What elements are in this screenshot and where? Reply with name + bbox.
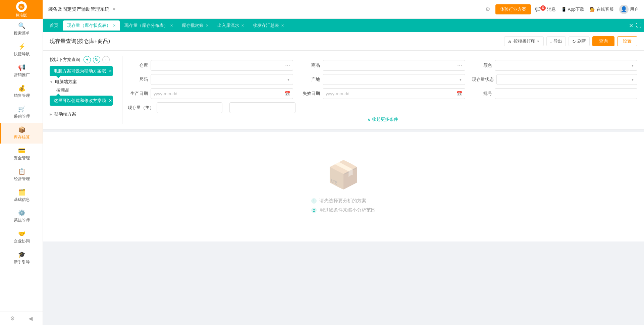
print-icon: 🖨 <box>508 39 512 44</box>
sidebar-item-enterprise[interactable]: 🤝 企业协同 <box>0 227 43 248</box>
tooltip1-close[interactable]: ✕ <box>109 69 112 73</box>
sidebar-icon-finance: 💳 <box>18 147 25 154</box>
export-btn[interactable]: ↓ 导出 <box>546 36 566 46</box>
sidebar-item-marketing[interactable]: 📢 营销推广 <box>0 60 43 81</box>
sidebar-item-finance[interactable]: 💳 资金管理 <box>0 144 43 164</box>
batch-field: 批号 <box>472 88 637 99</box>
sidebar-item-basic-info[interactable]: 🗂️ 基础信息 <box>0 185 43 206</box>
origin-select-arrow: ▼ <box>459 78 462 82</box>
close-all-tabs-btn[interactable]: ✕ <box>629 22 633 29</box>
tab-label-inventory-status: 现存量（库存状况表） <box>67 22 111 29</box>
refresh-scheme-icon[interactable]: ↻ <box>93 56 100 63</box>
sidebar-item-sales[interactable]: 💰 销售管理 <box>0 81 43 102</box>
tab-batch-account[interactable]: 库存批次账 ✕ <box>178 20 213 31</box>
sidebar-item-system[interactable]: ⚙️ 系统管理 <box>0 206 43 227</box>
tab-close-inventory-dist[interactable]: ✕ <box>170 23 173 28</box>
origin-select[interactable]: ▼ <box>323 74 465 85</box>
tab-close-in-out-flow[interactable]: ✕ <box>241 23 244 28</box>
collapse-icon[interactable]: ◀ <box>29 315 33 322</box>
sidebar-item-search-menu[interactable]: 🔍 搜索菜单 <box>0 19 43 40</box>
app-download-btn[interactable]: 📱 App下载 <box>561 6 584 12</box>
empty-step1: 1 请先选择要分析的方案 <box>311 196 376 205</box>
back-scheme-icon[interactable]: ← <box>102 56 110 63</box>
stock-status-select[interactable]: ▼ <box>496 74 637 85</box>
refresh-label: 刷新 <box>577 38 586 44</box>
desktop-scheme-label: 电脑端方案 <box>55 79 77 85</box>
sidebar-icon-guide: 🎓 <box>18 251 25 258</box>
stock-qty-max-input[interactable] <box>229 102 295 113</box>
notification-btn[interactable]: 💬 6 消息 <box>535 6 556 12</box>
refresh-btn[interactable]: ↻ 刷新 <box>569 36 590 46</box>
warehouse-input[interactable]: ··· <box>151 60 293 71</box>
tab-close-inventory-status[interactable]: ✕ <box>113 23 116 28</box>
sidebar-label-enterprise: 企业协同 <box>14 238 30 244</box>
tab-inventory-dist[interactable]: 现存量（库存分布表） ✕ <box>120 20 177 31</box>
collapse-row[interactable]: ∧ 收起更多条件 <box>128 113 637 124</box>
collapse-arrow-icon: ∧ <box>367 117 371 122</box>
mobile-scheme-item[interactable]: ▶ 移动端方案 <box>50 110 113 118</box>
tooltip1-text: 电脑方案可设为移动方案哦 <box>54 68 106 74</box>
sidebar-label-basic-info: 基础信息 <box>14 197 30 203</box>
filter-row1: 仓库 ··· 商品 ··· <box>128 60 637 71</box>
tab-label-in-out-flow: 出入库流水 <box>217 22 239 29</box>
prod-date-input[interactable]: yyyy-mm-dd 📅 <box>151 88 293 99</box>
query-btn[interactable]: 查询 <box>592 36 614 46</box>
add-scheme-icon[interactable]: + <box>84 56 91 63</box>
sidebar-label-operations: 经营管理 <box>14 176 30 182</box>
tab-collect-summary[interactable]: 收发存汇总表 ✕ <box>249 20 288 31</box>
sidebar-item-operations[interactable]: 📋 经营管理 <box>0 164 43 185</box>
app-download-icon: 📱 <box>561 7 567 12</box>
expiry-date-calendar-icon[interactable]: 📅 <box>457 91 462 96</box>
tab-close-batch-account[interactable]: ✕ <box>206 23 209 28</box>
set-btn[interactable]: 设置 <box>617 36 637 46</box>
origin-field: 产地 ▼ <box>300 74 465 85</box>
range-dash: — <box>224 105 228 110</box>
sidebar-item-inventory[interactable]: 📦 库存核算 <box>0 123 43 144</box>
notification-label: 消息 <box>547 6 556 12</box>
sidebar-item-quick-nav[interactable]: ⚡ 快捷导航 <box>0 40 43 60</box>
sidebar-icon-inventory: 📦 <box>18 126 25 133</box>
prod-date-field: 生产日期 yyyy-mm-dd 📅 <box>128 88 293 99</box>
stock-qty-min-input[interactable] <box>157 102 222 113</box>
fullscreen-btn[interactable]: ⛶ <box>636 22 641 29</box>
main-area: 装备及固定资产辅助管理系统 ▼ ⚙ 体验行业方案 💬 6 消息 📱 App下载 … <box>43 0 644 325</box>
tab-in-out-flow[interactable]: 出入库流水 ✕ <box>213 20 248 31</box>
tooltip2-text: 这里可以创建和修改方案哦 <box>54 98 106 104</box>
scheme-tree: ▼ 电脑端方案 按商品 这里可以创建和修改方案哦 ✕ <box>50 77 113 118</box>
tab-inventory-status[interactable]: 现存量（库存状况表） ✕ <box>63 20 120 31</box>
sidebar-label-sales: 销售管理 <box>14 93 30 99</box>
prod-date-calendar-icon[interactable]: 📅 <box>284 91 290 96</box>
batch-input[interactable] <box>495 88 637 99</box>
size-select[interactable]: ▼ <box>151 74 293 85</box>
tab-bar-actions: ✕ ⛶ <box>629 22 641 29</box>
sidebar-bottom: ⚙ ◀ <box>0 312 43 325</box>
empty-step2-text: 用过滤条件来缩小分析范围 <box>319 207 376 213</box>
user-btn[interactable]: 👤 用户 <box>619 5 639 14</box>
desktop-scheme-sub-item[interactable]: 按商品 <box>56 86 113 94</box>
color-select[interactable]: ▼ <box>495 60 637 71</box>
tooltip2-close[interactable]: ✕ <box>109 98 112 103</box>
industry-btn[interactable]: 体验行业方案 <box>495 4 531 14</box>
settings-icon[interactable]: ⚙ <box>10 315 15 322</box>
product-input[interactable]: ··· <box>323 60 465 71</box>
print-btn[interactable]: 🖨 按模板打印 ▼ <box>504 36 544 46</box>
online-service-btn[interactable]: 💁 在线客服 <box>590 6 614 12</box>
tooltip1-box: 电脑方案可设为移动方案哦 ✕ <box>50 66 113 76</box>
tab-close-collect-summary[interactable]: ✕ <box>281 23 284 28</box>
warehouse-label: 仓库 <box>128 62 148 68</box>
sidebar-item-purchase[interactable]: 🛒 采购管理 <box>0 102 43 123</box>
sidebar-icon-purchase: 🛒 <box>18 105 25 113</box>
color-select-arrow: ▼ <box>631 64 634 67</box>
collapse-text: 收起更多条件 <box>372 116 398 122</box>
stock-status-label: 现存量状态 <box>472 76 494 83</box>
system-dropdown-icon[interactable]: ▼ <box>112 7 116 12</box>
desktop-scheme-item[interactable]: ▼ 电脑端方案 <box>50 77 113 86</box>
gear-icon[interactable]: ⚙ <box>485 6 490 12</box>
size-field: 尺码 ▼ <box>128 74 293 85</box>
sidebar-item-guide[interactable]: 🎓 新手引导 <box>0 248 43 268</box>
expiry-date-input[interactable]: yyyy-mm-dd 📅 <box>323 88 465 99</box>
step2-num: 2 <box>311 208 317 213</box>
product-ellipsis-icon[interactable]: ··· <box>457 62 462 69</box>
warehouse-ellipsis-icon[interactable]: ··· <box>285 62 290 69</box>
tab-home[interactable]: 首页 <box>46 20 62 31</box>
